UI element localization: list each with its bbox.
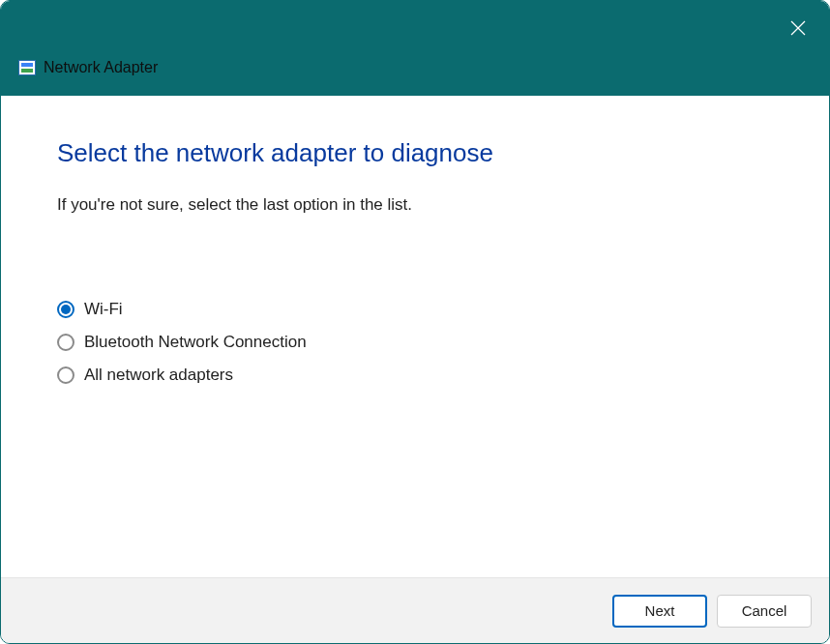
page-subtext: If you're not sure, select the last opti… — [57, 195, 773, 215]
page-heading: Select the network adapter to diagnose — [57, 138, 773, 168]
cancel-button[interactable]: Cancel — [717, 595, 812, 628]
titlebar-content: Network Adapter — [18, 59, 158, 76]
radio-label: All network adapters — [84, 366, 233, 385]
radio-icon — [57, 366, 74, 384]
radio-icon — [57, 301, 74, 318]
radio-option-bluetooth[interactable]: Bluetooth Network Connection — [57, 333, 773, 352]
radio-option-wifi[interactable]: Wi-Fi — [57, 300, 773, 319]
radio-icon — [57, 334, 74, 351]
radio-option-all[interactable]: All network adapters — [57, 366, 773, 385]
titlebar-title: Network Adapter — [44, 59, 158, 76]
network-adapter-icon — [18, 60, 36, 75]
radio-label: Wi-Fi — [84, 300, 123, 319]
close-icon — [790, 20, 806, 36]
close-button[interactable] — [788, 18, 808, 38]
footer: Next Cancel — [1, 577, 829, 643]
troubleshooter-window: Network Adapter Select the network adapt… — [0, 0, 830, 644]
adapter-options: Wi-Fi Bluetooth Network Connection All n… — [57, 300, 773, 385]
titlebar: Network Adapter — [1, 1, 829, 96]
next-button[interactable]: Next — [612, 595, 707, 628]
radio-label: Bluetooth Network Connection — [84, 333, 307, 352]
content-area: Select the network adapter to diagnose I… — [1, 96, 829, 577]
